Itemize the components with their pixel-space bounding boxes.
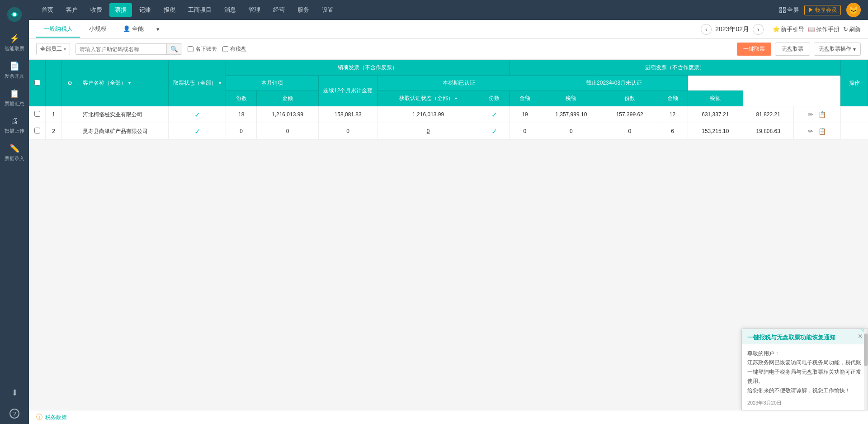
filter-right-buttons: 一键取票 无盘取票 无盘取票操作 ▾ [737,43,861,56]
th-customer-name[interactable]: 客户名称（全部） ▾ [78,60,169,106]
popup-scrollbar[interactable] [864,329,868,410]
tax-disk-filter-checkbox[interactable] [222,46,228,52]
th-fetch-status[interactable]: 取票状态（全部） ▾ [169,60,226,106]
th-cert-tax: 税额 [540,91,602,106]
td-checkbox-1[interactable] [29,106,46,123]
tax-policy-link[interactable]: 税务政策 [45,414,67,421]
nav-settings[interactable]: 设置 [316,3,339,17]
manual-icon: 📖 [808,26,815,33]
th-actions: 操作 [841,60,868,106]
search-input[interactable] [76,44,166,54]
accumulate-link-2[interactable]: 0 [427,128,430,134]
td-uncert-tax-1: 81,822.21 [743,106,793,123]
date-next-button[interactable]: › [753,24,764,35]
nav-billing[interactable]: 收费 [85,3,108,17]
td-cert-count-1: 19 [509,106,540,123]
one-click-fetch-button[interactable]: 一键取票 [737,43,771,56]
manual-button[interactable]: 📖 操作手册 [808,25,840,33]
cert-status-check-icon-2: ✓ [491,128,497,135]
fullscreen-label: 全屏 [787,6,799,14]
sidebar-item-invoice-summary[interactable]: 📋 票据汇总 [0,84,29,112]
member-button[interactable]: ▶ 畅享会员 [804,5,841,15]
table-header-group-row: ⚙ 客户名称（全部） ▾ 取票状态（全部） ▾ 销项发票（不含作废票） 进项发票… [29,60,868,76]
sidebar-item-smart-fetch-label: 智能取票 [5,45,24,52]
date-label: 2023年02月 [715,25,749,33]
sidebar-item-scan-upload[interactable]: 🖨 扫描上传 [0,112,29,139]
th-checkbox [29,60,46,106]
td-uncert-count-2: 6 [657,123,688,140]
filter-icon: ▾ [128,81,131,86]
th-12m-accumulate: 连续12个月累计金额 [318,76,377,106]
copy-button-2[interactable]: 📋 [816,127,828,136]
sidebar-item-smart-fetch[interactable]: ⚡ 智能取票 [0,29,29,57]
dropdown-arrow-icon: ▾ [853,46,856,52]
nav-service[interactable]: 服务 [292,3,315,17]
account-filter-label[interactable]: 名下账套 [188,45,217,53]
td-sales-count-1: 18 [226,106,257,123]
th-index [46,60,62,106]
td-sales-tax-1: 158,081.83 [318,106,377,123]
sidebar-item-download[interactable]: ⬇ [9,382,19,403]
edit-button-1[interactable]: ✏ [806,110,815,119]
td-uncert-tax-2: 19,808.63 [743,123,793,140]
table-row: 2 灵寿县尚泽矿产品有限公司 ✓ 0 0 0 0 ✓ 0 0 0 6 153,2… [29,123,868,140]
th-cert-status[interactable]: 获取认证状态（全部） ▾ [377,91,479,106]
new-guide-icon: ⭐ [773,26,780,33]
top-navigation: 首页 客户 收费 票据 记账 报税 工商项目 消息 管理 经营 服务 设置 全屏… [29,0,868,20]
tab-all[interactable]: 👤 全能 [116,21,151,38]
no-disk-ops-label: 无盘取票操作 [819,45,851,53]
sidebar-item-help[interactable]: ? [9,403,19,424]
td-settings-1 [62,106,78,123]
no-disk-fetch-button[interactable]: 无盘取票 [775,43,810,56]
employee-select[interactable]: 全部员工 ▾ [36,43,70,55]
td-fetch-status-1: ✓ [169,106,226,123]
no-disk-ops-button[interactable]: 无盘取票操作 ▾ [814,43,861,56]
th-current-certified: 本税期已认证 [377,76,540,91]
nav-home[interactable]: 首页 [36,3,59,17]
td-cert-status-2: ✓ [479,123,509,140]
user-avatar[interactable]: 🐱 [846,3,861,17]
nav-accounting[interactable]: 记账 [134,3,156,17]
search-button[interactable]: 🔍 [166,44,182,54]
svg-rect-5 [783,11,785,13]
nav-business[interactable]: 工商项目 [183,3,217,17]
tab-general-taxpayer[interactable]: 一般纳税人 [36,21,80,38]
new-guide-button[interactable]: ⭐ 新手引导 [773,25,804,33]
td-checkbox-2[interactable] [29,123,46,140]
search-box: 🔍 [75,43,182,55]
nav-message[interactable]: 消息 [219,3,241,17]
nav-tax[interactable]: 报税 [158,3,181,17]
filter-icon-2: ▾ [219,81,221,86]
row-1-checkbox[interactable] [34,111,40,117]
th-settings: ⚙ [62,60,78,106]
td-cert-tax-1: 157,399.62 [602,106,657,123]
account-filter-checkbox[interactable] [188,46,193,52]
accumulate-link-1[interactable]: 1,216,013.99 [412,111,444,118]
td-accumulate-1[interactable]: 1,216,013.99 [377,106,479,123]
fullscreen-icon[interactable]: 全屏 [779,6,799,14]
tax-disk-filter-label[interactable]: 有税盘 [222,45,246,53]
td-customer-1: 河北柯搭桩实业有限公司 [78,106,169,123]
nav-invoice[interactable]: 票据 [109,3,132,17]
sidebar-item-data-entry[interactable]: ✏️ 票据录入 [0,139,29,167]
tab-more-button[interactable]: ▾ [153,22,163,36]
search-icon: 🔍 [170,46,178,52]
date-prev-button[interactable]: ‹ [701,24,712,35]
nav-operation[interactable]: 经营 [268,3,290,17]
th-uncert-amount: 金额 [657,91,688,106]
settings-icon[interactable]: ⚙ [67,80,72,86]
tab-small-scale[interactable]: 小规模 [82,21,114,38]
nav-client[interactable]: 客户 [61,3,83,17]
sidebar-item-issue-invoice[interactable]: 📄 发票开具 [0,57,29,84]
popup-close-button[interactable]: ✕ [858,333,863,340]
select-all-checkbox[interactable] [34,80,40,86]
th-sales-count: 份数 [226,91,257,106]
app-logo[interactable] [5,5,24,24]
refresh-button[interactable]: ↻ 刷新 [843,25,861,33]
td-accumulate-2[interactable]: 0 [377,123,479,140]
copy-button-1[interactable]: 📋 [816,110,828,119]
edit-button-2[interactable]: ✏ [806,127,815,136]
nav-management[interactable]: 管理 [243,3,266,17]
svg-rect-3 [783,7,785,9]
row-2-checkbox[interactable] [34,128,40,133]
